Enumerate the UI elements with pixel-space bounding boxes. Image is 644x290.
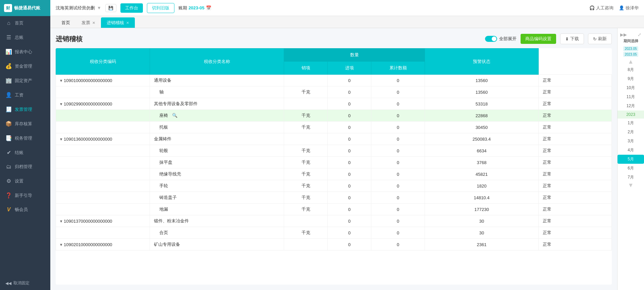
cell-status: 正常 — [538, 98, 611, 110]
period-month-item[interactable]: 11月 — [618, 92, 644, 101]
period-month-item[interactable]: 10月 — [618, 83, 644, 92]
inventory-icon: 📦 — [5, 121, 12, 127]
expand-icon[interactable]: ▾ — [60, 219, 62, 224]
sidebar-unpin[interactable]: ◀◀ 取消固定 — [0, 276, 50, 290]
cell-total: 30450 — [425, 122, 539, 133]
tab-invoice-close[interactable]: ✕ — [92, 21, 95, 25]
period-month-item[interactable]: 7月 — [618, 173, 644, 182]
save-draft-button[interactable]: 💾 — [105, 4, 116, 12]
support-button[interactable]: 🎧 人工咨询 — [589, 5, 613, 11]
cell-tax-name: 铸造盖子 — [150, 192, 284, 204]
period-month-item[interactable]: 2023 — [618, 111, 644, 119]
th-tax-name: 税收分类名称 — [150, 49, 284, 75]
cell-total: 13560 — [425, 75, 539, 86]
period-month-item[interactable]: 5月 — [618, 155, 644, 164]
cell-tax-name: 抹平盘 — [150, 157, 284, 168]
table-row: ▾10901360000000000000金属铸件00250083.4正常 — [56, 133, 612, 145]
archive-icon: 🗂 — [5, 164, 12, 170]
sidebar-label-settle: 结账 — [15, 150, 23, 156]
cell-sales: 0 — [328, 204, 371, 215]
cell-purchase: 0 — [371, 215, 425, 227]
cell-sales: 0 — [328, 110, 371, 122]
product-code-button[interactable]: 商品编码设置 — [521, 34, 556, 44]
cell-status: 正常 — [538, 145, 611, 157]
sidebar-item-settings[interactable]: ⚙ 设置 — [0, 174, 50, 188]
period-month-item[interactable]: 6月 — [618, 164, 644, 173]
expand-icon[interactable]: ▾ — [60, 137, 62, 142]
sidebar-item-member[interactable]: V 畅会员 — [0, 203, 50, 217]
download-button[interactable]: ⬇ 下载 — [560, 33, 584, 44]
company-selector[interactable]: 沈海英测试经营勿删 ▼ — [56, 5, 101, 11]
panel-maximize-icon[interactable]: ⤢ — [638, 32, 641, 37]
sidebar-item-ledger[interactable]: ☰ 总账 — [0, 30, 50, 45]
th-tax-code: 税收分类编码 — [56, 49, 150, 75]
expand-icon[interactable]: ▾ — [60, 78, 62, 83]
sidebar-item-invoice[interactable]: 🧾 发票管理 — [0, 102, 50, 117]
period-month-item[interactable]: 8月 — [618, 65, 644, 74]
sidebar-item-reports[interactable]: 📊 报表中心 — [0, 45, 50, 59]
cell-tax-code: ▾10902990000000000000 — [56, 98, 150, 110]
main-content: 沈海英测试经营勿删 ▼ 💾 工作台 切到旧版 账期 2023-05 📅 🎧 人工… — [50, 0, 644, 290]
tax-icon: 📑 — [5, 135, 12, 141]
expand-icon[interactable]: ▾ — [60, 242, 62, 247]
tab-reconcile[interactable]: 进销稽核 ✕ — [101, 17, 135, 28]
switch-version-button[interactable]: 切到旧版 — [147, 3, 174, 13]
cell-purchase: 0 — [371, 122, 425, 133]
sidebar-item-assets[interactable]: 🏢 固定资产 — [0, 73, 50, 88]
sidebar-item-salary[interactable]: 👤 工资 — [0, 88, 50, 102]
refresh-label: 刷新 — [598, 36, 607, 42]
panel-collapse-icon[interactable]: ▶▶ — [620, 32, 627, 37]
sidebar-item-funds[interactable]: 💰 资金管理 — [0, 59, 50, 73]
tab-invoice[interactable]: 发票 ✕ — [76, 17, 101, 28]
cell-tax-name: 矿山专用设备 — [150, 239, 284, 250]
download-label: 下载 — [570, 36, 579, 42]
sidebar-label-guide: 新手引导 — [15, 193, 32, 199]
expand-icon[interactable]: ▾ — [60, 101, 62, 106]
period-month-item[interactable]: 2月 — [618, 128, 644, 137]
panel-down-arrow[interactable]: ▼ — [618, 182, 644, 189]
user-menu[interactable]: 👤 徐泽华 — [619, 5, 639, 11]
period-month-item[interactable]: 3月 — [618, 137, 644, 146]
app-logo: 财 畅捷通易代账 — [0, 0, 50, 16]
sidebar-item-guide[interactable]: ❓ 新手引导 — [0, 188, 50, 203]
period-month-item[interactable]: 4月 — [618, 146, 644, 155]
tab-reconcile-close[interactable]: ✕ — [126, 21, 129, 25]
funds-icon: 💰 — [5, 63, 12, 69]
cell-sales: 0 — [328, 215, 371, 227]
period-month-item[interactable]: 9月 — [618, 74, 644, 83]
cell-purchase: 0 — [371, 98, 425, 110]
tab-reconcile-label: 进销稽核 — [107, 20, 124, 26]
calendar-icon[interactable]: 📅 — [206, 5, 211, 10]
cell-unit: 千克 — [284, 180, 328, 192]
tab-home[interactable]: 首页 — [56, 17, 76, 28]
assets-icon: 🏢 — [5, 77, 12, 84]
sidebar-item-home[interactable]: ⌂ 首页 — [0, 16, 50, 30]
refresh-button[interactable]: ↻ 刷新 — [588, 33, 612, 44]
cell-tax-name: 通用设备 — [150, 75, 284, 86]
panel-up-arrow[interactable]: ▲ — [618, 58, 644, 65]
period-select-title: 期间选择 — [624, 39, 638, 44]
cell-status: 正常 — [538, 215, 611, 227]
period-month-item[interactable]: 1月 — [618, 119, 644, 128]
logo-icon: 财 — [4, 4, 12, 12]
cell-status: 正常 — [538, 157, 611, 168]
table-row: 绝缘导线壳千克0045821正常 — [56, 168, 612, 180]
chevron-down-icon: ▼ — [97, 5, 101, 10]
sidebar-item-archive[interactable]: 🗂 归档管理 — [0, 160, 50, 174]
cell-tax-name: 手轮 — [150, 180, 284, 192]
sidebar-item-tax[interactable]: 📑 税务管理 — [0, 131, 50, 145]
search-icon[interactable]: 🔍 — [172, 113, 177, 118]
cell-tax-code — [56, 122, 150, 133]
cell-tax-name: 地漏 — [150, 204, 284, 215]
sidebar-item-settle[interactable]: ✔ 结账 — [0, 145, 50, 160]
expand-toggle[interactable] — [485, 36, 497, 42]
cell-unit — [284, 98, 328, 110]
cell-tax-code — [56, 204, 150, 215]
refresh-icon: ↻ — [593, 37, 597, 42]
sidebar-item-inventory[interactable]: 📦 库存核算 — [0, 117, 50, 131]
workbench-button[interactable]: 工作台 — [120, 3, 143, 13]
cell-unit: 千克 — [284, 204, 328, 215]
table-row: 铸造盖子千克0014810.4正常 — [56, 192, 612, 204]
cell-tax-code: ▾10901370000000000000 — [56, 215, 150, 227]
period-month-item[interactable]: 12月 — [618, 101, 644, 111]
